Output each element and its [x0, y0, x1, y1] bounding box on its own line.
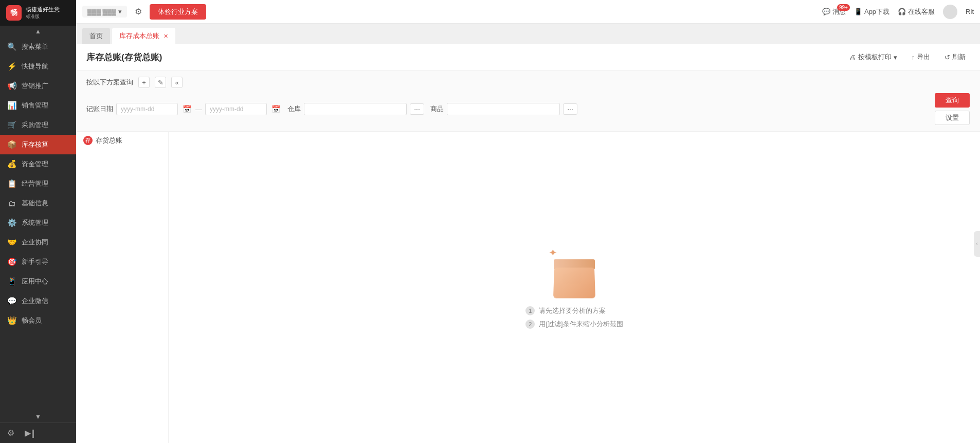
sidebar-bottom: ⚙ ▶‖ — [0, 422, 76, 443]
filter-settings-button[interactable]: 设置 — [935, 111, 970, 125]
refresh-button[interactable]: ↺ 刷新 — [940, 50, 970, 64]
top-bar-left: ▓▓▓ ▓▓▓ ▾ ⚙ 体验行业方案 — [82, 4, 818, 20]
empty-hints: 1 请先选择要分析的方案 2 用[过滤]条件来缩小分析范围 — [525, 306, 623, 329]
print-expand-icon: ▾ — [894, 54, 897, 61]
dropdown-icon: ▾ — [118, 8, 122, 15]
headset-icon: 🎧 — [898, 8, 906, 15]
goods-more-btn[interactable]: ··· — [563, 103, 577, 115]
sidebar-icon-marketing: 📢 — [7, 81, 16, 91]
sidebar-item-enterprise[interactable]: 🤝企业协同 — [0, 233, 76, 252]
sidebar-item-search[interactable]: 🔍搜索菜单 — [0, 37, 76, 57]
date-start-input[interactable] — [116, 103, 178, 115]
sound-icon[interactable]: ▶‖ — [25, 428, 35, 438]
sidebar-icon-enterprise: 🤝 — [7, 238, 16, 247]
sidebar-item-appcenter[interactable]: 📱应用中心 — [0, 272, 76, 291]
hint-text-2: 用[过滤]条件来缩小分析范围 — [539, 320, 623, 329]
sidebar-item-wechat[interactable]: 💬企业微信 — [0, 291, 76, 311]
phone-icon: 📱 — [854, 8, 862, 15]
sidebar-label-marketing: 营销推广 — [22, 81, 48, 91]
empty-illustration: ✦ — [543, 246, 605, 298]
company-selector[interactable]: ▓▓▓ ▓▓▓ ▾ — [82, 6, 127, 17]
settings-bottom-icon[interactable]: ⚙ — [7, 428, 14, 438]
sidebar-item-member[interactable]: 👑畅会员 — [0, 311, 76, 330]
sidebar-scroll-down[interactable]: ▼ — [0, 411, 76, 422]
print-button[interactable]: 🖨 按模板打印 ▾ — [845, 50, 901, 64]
export-label: 导出 — [917, 52, 930, 62]
warehouse-input[interactable] — [304, 103, 407, 115]
cal-start-icon[interactable]: 📅 — [181, 103, 192, 115]
warehouse-more-btn[interactable]: ··· — [410, 103, 424, 115]
online-service-item[interactable]: 🎧 在线客服 — [898, 7, 935, 16]
sidebar-item-newguide[interactable]: 🎯新手引导 — [0, 252, 76, 272]
sidebar-item-funds[interactable]: 💰资金管理 — [0, 154, 76, 174]
tab-close-icon[interactable]: ✕ — [164, 33, 168, 40]
filter-add-btn[interactable]: + — [138, 77, 150, 88]
user-name: Rit — [966, 8, 974, 15]
sidebar-icon-system: ⚙️ — [7, 218, 16, 227]
cal-end-icon[interactable]: 📅 — [270, 103, 281, 115]
sidebar-scroll-up[interactable]: ▲ — [0, 26, 76, 37]
sidebar-icon-sales: 📊 — [7, 101, 16, 110]
goods-filter-group: 商品 ··· — [430, 103, 577, 115]
sidebar-icon-operation: 📋 — [7, 179, 16, 188]
hint-num-2: 2 — [525, 320, 535, 329]
right-collapse-handle[interactable]: ‹ — [974, 231, 980, 257]
sidebar-item-shortcut[interactable]: ⚡快捷导航 — [0, 57, 76, 76]
sidebar-icon-shortcut: ⚡ — [7, 62, 16, 71]
sidebar-item-inventory[interactable]: 📦库存核算 — [0, 135, 76, 154]
filter-buttons: 查询 设置 — [935, 93, 970, 125]
sidebar-label-newguide: 新手引导 — [22, 257, 48, 267]
top-bar-right: 💬 消息 99+ 📱 App下载 🎧 在线客服 Rit — [822, 5, 974, 19]
sidebar-item-basic[interactable]: 🗂基础信息 — [0, 193, 76, 213]
filter-edit-btn[interactable]: ✎ — [155, 77, 166, 88]
sidebar-label-shortcut: 快捷导航 — [22, 62, 48, 71]
date-end-input[interactable] — [205, 103, 267, 115]
topbar-settings-icon[interactable]: ⚙ — [131, 5, 146, 19]
tab-home-label: 首页 — [89, 31, 103, 41]
sidebar-icon-funds: 💰 — [7, 160, 16, 169]
export-button[interactable]: ↑ 导出 — [908, 50, 935, 64]
empty-state: ✦ 1 请先选择要分析的方案 2 用[过滤]条件来缩小分析范围 — [169, 132, 980, 443]
goods-input[interactable] — [447, 103, 560, 115]
sidebar-item-system[interactable]: ⚙️系统管理 — [0, 213, 76, 233]
sidebar-item-sales[interactable]: 📊销售管理 — [0, 96, 76, 115]
message-badge: 99+ — [837, 4, 850, 11]
sidebar-item-purchase[interactable]: 🛒采购管理 — [0, 115, 76, 135]
tab-home[interactable]: 首页 — [82, 28, 110, 44]
trial-industry-button[interactable]: 体验行业方案 — [150, 4, 206, 20]
sidebar-label-appcenter: 应用中心 — [22, 277, 48, 286]
sidebar-icon-wechat: 💬 — [7, 296, 16, 306]
filter-area: 按以下方案查询 + ✎ « 记账日期 📅 — 📅 仓库 ··· — [76, 70, 980, 132]
sidebar-icon-member: 👑 — [7, 316, 16, 325]
tab-inventory-cost[interactable]: 库存成本总账 ✕ — [112, 28, 175, 44]
app-download-item[interactable]: 📱 App下载 — [854, 7, 890, 16]
logo-name: 畅捷通好生意 — [26, 6, 60, 13]
sidebar: 畅 畅捷通好生意 标准版 ▲ 🔍搜索菜单⚡快捷导航📢营销推广📊销售管理🛒采购管理… — [0, 0, 76, 443]
content-area: 存 存货总账 ✦ 1 请先选择要分析的方案 2 — [76, 132, 980, 443]
message-item[interactable]: 💬 消息 99+ — [822, 7, 846, 16]
hint-text-1: 请先选择要分析的方案 — [539, 306, 606, 315]
refresh-icon: ↺ — [945, 54, 950, 61]
sidebar-nav: 🔍搜索菜单⚡快捷导航📢营销推广📊销售管理🛒采购管理📦库存核算💰资金管理📋经营管理… — [0, 37, 76, 411]
hint-num-1: 1 — [525, 306, 535, 315]
user-avatar[interactable] — [943, 5, 957, 19]
message-icon: 💬 — [822, 8, 830, 15]
date-filter-group: 记账日期 📅 — 📅 — [86, 103, 281, 115]
goods-label: 商品 — [430, 104, 444, 114]
print-label: 按模板打印 — [858, 52, 892, 62]
page-actions: 🖨 按模板打印 ▾ ↑ 导出 ↺ 刷新 — [845, 50, 970, 64]
app-logo: 畅 畅捷通好生意 标准版 — [0, 0, 76, 26]
sidebar-icon-appcenter: 📱 — [7, 277, 16, 286]
hint-item-1: 1 请先选择要分析的方案 — [525, 306, 623, 315]
warehouse-filter-group: 仓库 ··· — [287, 103, 424, 115]
sidebar-item-operation[interactable]: 📋经营管理 — [0, 174, 76, 193]
sidebar-label-purchase: 采购管理 — [22, 120, 48, 130]
sidebar-label-funds: 资金管理 — [22, 160, 48, 169]
sidebar-icon-inventory: 📦 — [7, 140, 16, 149]
scheme-item-inventory[interactable]: 存 存货总账 — [76, 132, 168, 149]
sidebar-label-wechat: 企业微信 — [22, 296, 48, 306]
filter-collapse-btn[interactable]: « — [171, 77, 183, 88]
query-button[interactable]: 查询 — [935, 93, 970, 108]
date-separator: — — [195, 105, 202, 113]
sidebar-item-marketing[interactable]: 📢营销推广 — [0, 76, 76, 96]
